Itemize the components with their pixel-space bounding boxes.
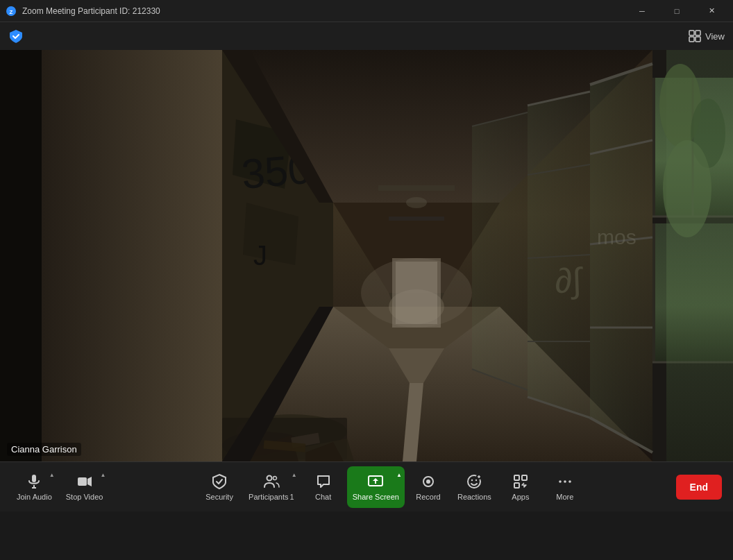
chat-button[interactable]: Chat <box>303 466 344 508</box>
participants-button[interactable]: Participants1 ▲ <box>243 466 300 508</box>
corridor-image: 350 J <box>0 50 733 461</box>
video-caret: ▲ <box>100 472 106 478</box>
svg-rect-56 <box>378 185 455 191</box>
svg-rect-67 <box>32 475 36 482</box>
svg-rect-4 <box>689 37 694 42</box>
chat-label: Chat <box>315 493 331 501</box>
svg-text:mos: mos <box>597 226 637 248</box>
svg-point-89 <box>568 480 571 483</box>
security-shield-icon <box>211 473 228 490</box>
window-title: Zoom Meeting Participant ID: 212330 <box>22 6 160 16</box>
join-audio-label: Join Audio <box>17 493 52 501</box>
toolbar-right: End <box>676 475 722 500</box>
participants-label: Participants1 <box>248 493 294 501</box>
record-button[interactable]: Record <box>407 466 449 508</box>
stop-video-button[interactable]: Stop Video ▲ <box>60 466 109 508</box>
audio-caret: ▲ <box>49 472 55 478</box>
chat-icon <box>315 473 332 490</box>
svg-point-80 <box>475 479 477 480</box>
svg-rect-20 <box>652 223 655 362</box>
svg-marker-8 <box>0 50 42 461</box>
svg-rect-2 <box>689 31 694 35</box>
share-screen-icon <box>367 473 384 490</box>
svg-point-72 <box>267 475 271 480</box>
svg-point-79 <box>471 479 473 480</box>
shield-icon <box>8 28 24 44</box>
svg-rect-85 <box>522 475 527 480</box>
stop-video-label: Stop Video <box>66 493 103 501</box>
svg-marker-24 <box>590 64 652 452</box>
video-icon <box>76 473 93 490</box>
svg-rect-5 <box>696 37 700 42</box>
svg-rect-3 <box>696 31 700 35</box>
svg-rect-86 <box>514 483 519 488</box>
svg-point-87 <box>559 480 562 483</box>
minimize-button[interactable]: ─ <box>626 0 658 22</box>
video-area: 350 J <box>0 50 733 461</box>
svg-rect-70 <box>78 477 87 486</box>
participant-name-label: Cianna Garrison <box>7 443 81 456</box>
svg-rect-19 <box>652 78 655 217</box>
shield-icon-wrap <box>8 28 24 44</box>
reactions-label: Reactions <box>457 493 491 501</box>
topbar: View <box>0 22 733 50</box>
video-background: 350 J <box>0 50 733 461</box>
titlebar-left: Z Zoom Meeting Participant ID: 212330 <box>6 6 160 17</box>
svg-text:∂∫: ∂∫ <box>554 261 584 300</box>
window-controls: ─ □ ✕ <box>626 0 727 22</box>
apps-button[interactable]: Apps <box>500 466 541 508</box>
security-button[interactable]: Security <box>199 466 240 508</box>
more-label: More <box>556 493 573 501</box>
svg-marker-75 <box>373 478 378 484</box>
titlebar: Z Zoom Meeting Participant ID: 212330 ─ … <box>0 0 733 22</box>
participants-caret: ▲ <box>292 472 297 478</box>
toolbar-left: Join Audio ▲ Stop Video ▲ <box>11 466 108 508</box>
share-caret: ▲ <box>396 472 402 478</box>
security-label: Security <box>205 493 233 501</box>
share-screen-label: Share Screen <box>353 493 399 501</box>
toolbar: Join Audio ▲ Stop Video ▲ Security <box>0 461 733 511</box>
restore-button[interactable]: □ <box>661 0 693 22</box>
svg-point-73 <box>273 476 276 480</box>
svg-point-88 <box>564 480 566 483</box>
more-button[interactable]: More <box>544 466 586 508</box>
svg-rect-84 <box>514 475 519 480</box>
record-label: Record <box>416 493 440 501</box>
apps-icon <box>512 473 529 490</box>
participants-icon <box>263 473 280 490</box>
svg-text:J: J <box>253 240 267 271</box>
reactions-button[interactable]: Reactions <box>452 466 497 508</box>
apps-label: Apps <box>512 493 529 501</box>
svg-rect-55 <box>396 262 437 324</box>
grid-icon <box>689 30 701 42</box>
svg-text:Z: Z <box>10 8 13 15</box>
join-audio-button[interactable]: Join Audio ▲ <box>11 466 58 508</box>
svg-rect-57 <box>389 217 444 221</box>
svg-marker-71 <box>87 477 92 486</box>
record-icon <box>420 473 437 490</box>
close-button[interactable]: ✕ <box>696 0 727 22</box>
zoom-icon: Z <box>6 6 17 17</box>
reactions-icon <box>466 473 482 490</box>
svg-point-62 <box>663 140 711 237</box>
microphone-icon <box>26 473 42 490</box>
svg-point-77 <box>426 480 430 484</box>
view-label: View <box>705 31 725 42</box>
svg-marker-36 <box>472 112 528 390</box>
share-screen-button[interactable]: Share Screen ▲ <box>347 466 405 508</box>
view-button[interactable]: View <box>689 30 725 42</box>
end-button[interactable]: End <box>676 475 722 500</box>
more-icon <box>557 473 573 490</box>
toolbar-center: Security Participants1 ▲ Chat <box>108 466 675 508</box>
svg-point-58 <box>406 197 427 208</box>
